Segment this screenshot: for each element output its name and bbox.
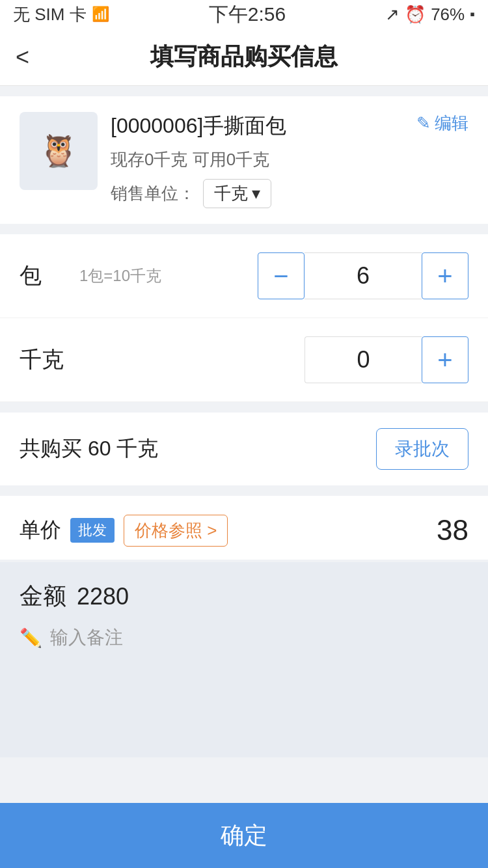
nav-bar: < 填写商品购买信息 [0,29,488,86]
kg-label: 千克 [20,345,72,375]
product-stock: 现存0千克 可用0千克 [111,148,468,171]
battery-icon: ▪ [470,6,475,23]
quantity-bao-row: 包 1包=10千克 − + [0,234,488,318]
remark-row[interactable]: ✏️ 输入备注 [20,625,468,650]
product-section: 🦉 [0000006]手撕面包 现存0千克 可用0千克 销售单位： 千克 ▾ ✎… [0,96,488,224]
price-value: 38 [437,514,468,547]
price-left: 单价 批发 价格参照 > [20,515,228,547]
carrier-label: 无 SIM 卡 [13,3,87,26]
kg-controls: + [305,336,468,383]
product-image: 🦉 [20,112,98,190]
batch-button[interactable]: 录批次 [376,428,468,470]
bao-hint: 1包=10千克 [79,265,258,286]
remark-icon: ✏️ [20,627,42,649]
remark-placeholder: 输入备注 [50,625,123,650]
unit-select[interactable]: 千克 ▾ [203,179,271,208]
amount-label: 金额 [20,580,66,612]
back-button[interactable]: < [16,44,29,71]
quantity-section: 包 1包=10千克 − + 千克 + [0,234,488,402]
confirm-button[interactable]: 确定 [221,820,267,852]
status-left: 无 SIM 卡 📶 [13,3,109,26]
summary-section: 共购买 60 千克 录批次 [0,413,488,485]
wifi-icon: 📶 [92,6,109,23]
quantity-kg-row: 千克 + [0,318,488,402]
bao-label: 包 [20,261,72,291]
unit-label: 销售单位： [111,182,195,205]
status-time: 下午2:56 [209,1,286,28]
edit-button[interactable]: ✎ 编辑 [416,112,468,135]
bao-minus-button[interactable]: − [258,252,305,299]
bao-plus-button[interactable]: + [422,252,468,299]
status-right: ↗ ⏰ 76% ▪ [385,5,475,25]
bao-controls: − + [258,252,468,299]
bao-input[interactable] [305,252,422,299]
unit-value: 千克 [214,182,248,205]
price-ref-button[interactable]: 价格参照 > [124,515,228,547]
confirm-section[interactable]: 确定 [0,803,488,868]
product-unit-row: 销售单位： 千克 ▾ [111,179,468,208]
product-info: [0000006]手撕面包 现存0千克 可用0千克 销售单位： 千克 ▾ [111,112,468,208]
status-bar: 无 SIM 卡 📶 下午2:56 ↗ ⏰ 76% ▪ [0,0,488,29]
location-icon: ↗ [385,5,400,25]
price-row: 单价 批发 价格参照 > 38 [20,514,468,547]
kg-plus-button[interactable]: + [422,336,468,383]
amount-value: 2280 [77,583,129,610]
price-section: 单价 批发 价格参照 > 38 [0,496,488,560]
chevron-down-icon: ▾ [252,183,260,204]
price-tag: 批发 [70,518,115,543]
price-label: 单价 [20,516,61,545]
edit-icon: ✎ [416,113,431,133]
amount-section: 金额 2280 ✏️ 输入备注 [0,562,488,757]
amount-row: 金额 2280 [20,580,468,612]
product-name: [0000006]手撕面包 [111,112,468,141]
battery-label: 76% [431,5,465,25]
kg-input[interactable] [305,336,422,383]
page-title: 填写商品购买信息 [150,41,338,73]
alarm-icon: ⏰ [405,5,426,25]
edit-label: 编辑 [435,112,468,135]
summary-text: 共购买 60 千克 [20,435,158,463]
product-owl-icon: 🦉 [39,133,78,169]
